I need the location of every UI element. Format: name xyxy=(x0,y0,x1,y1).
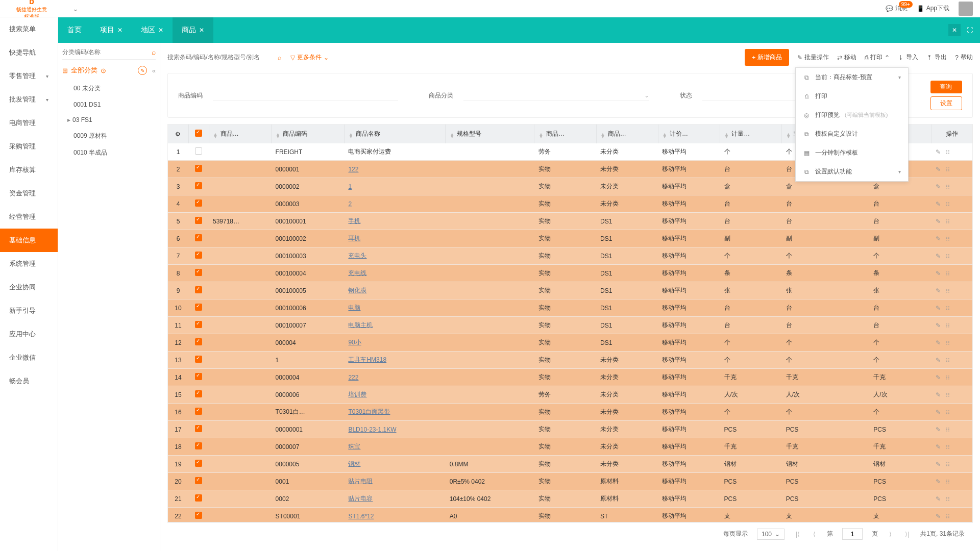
row-checkbox[interactable] xyxy=(195,512,202,519)
table-row[interactable]: 11000100007电脑主机实物DS1移动平均台台台✎⁝⁝ xyxy=(168,317,972,334)
more-row-button[interactable]: ⁝⁝ xyxy=(946,235,950,242)
sort-icon[interactable]: ▲▼ xyxy=(450,133,454,138)
pager-next[interactable]: ⟩ xyxy=(887,531,894,538)
app-download-button[interactable]: 📱 App下载 xyxy=(917,4,949,13)
nav-item[interactable]: 基础信息 xyxy=(0,229,58,252)
more-row-button[interactable]: ⁝⁝ xyxy=(946,253,950,260)
nav-item[interactable]: 快捷导航 xyxy=(0,41,58,64)
column-header[interactable]: ▲▼ 商品名称 xyxy=(344,124,445,143)
batch-button[interactable]: ✎批量操作 xyxy=(797,53,829,62)
nav-item[interactable]: 应用中心 xyxy=(0,322,58,346)
column-header[interactable]: ⚙ xyxy=(168,124,188,143)
row-checkbox[interactable] xyxy=(195,442,202,449)
more-row-button[interactable]: ⁝⁝ xyxy=(946,443,950,450)
more-row-button[interactable]: ⁝⁝ xyxy=(946,305,950,312)
nav-item[interactable]: 企业协同 xyxy=(0,276,58,299)
table-row[interactable]: 6000100002耳机实物DS1移动平均副副副✎⁝⁝ xyxy=(168,230,972,247)
table-row[interactable]: 131工具车HM318实物未分类移动平均个个个✎⁝⁝ xyxy=(168,352,972,369)
more-row-button[interactable]: ⁝⁝ xyxy=(946,391,950,398)
tree-item[interactable]: 0009 原材料 xyxy=(62,128,156,144)
more-row-button[interactable]: ⁝⁝ xyxy=(946,339,950,346)
row-checkbox[interactable] xyxy=(195,182,202,189)
edit-row-button[interactable]: ✎ xyxy=(936,218,941,225)
product-name-link[interactable]: 贴片电阻 xyxy=(348,478,373,485)
import-button[interactable]: ⭳导入 xyxy=(898,53,918,62)
edit-row-button[interactable]: ✎ xyxy=(936,461,941,468)
search-icon[interactable]: ⌕ xyxy=(278,54,281,61)
row-checkbox[interactable] xyxy=(195,321,202,328)
table-row[interactable]: 200001贴片电阻0R±5% 0402实物原材料移动平均PCSPCSPCS✎⁝… xyxy=(168,473,972,490)
more-row-button[interactable]: ⁝⁝ xyxy=(946,409,950,416)
company-selector[interactable]: ⌄ xyxy=(68,5,79,13)
more-row-button[interactable]: ⁝⁝ xyxy=(946,495,950,503)
more-row-button[interactable]: ⁝⁝ xyxy=(946,357,950,364)
product-name-link[interactable]: 1 xyxy=(348,183,352,190)
row-checkbox[interactable] xyxy=(195,494,202,502)
nav-item[interactable]: 搜索菜单 xyxy=(0,17,58,41)
row-checkbox[interactable] xyxy=(195,165,202,172)
nav-item[interactable]: 资金管理 xyxy=(0,182,58,205)
sort-icon[interactable]: ▲▼ xyxy=(724,133,729,138)
edit-row-button[interactable]: ✎ xyxy=(936,426,941,433)
tree-item[interactable]: 0001 DS1 xyxy=(62,97,156,112)
export-button[interactable]: ⭱导出 xyxy=(926,53,947,62)
sort-icon[interactable]: ▲▼ xyxy=(601,133,605,138)
help-button[interactable]: ?帮助 xyxy=(955,53,973,62)
category-search-input[interactable] xyxy=(62,48,152,56)
tab[interactable]: 首页 xyxy=(58,17,91,43)
table-row[interactable]: 400000032实物未分类移动平均台台台✎⁝⁝ xyxy=(168,195,972,213)
more-row-button[interactable]: ⁝⁝ xyxy=(946,287,950,294)
edit-row-button[interactable]: ✎ xyxy=(936,374,941,381)
row-checkbox[interactable] xyxy=(195,252,202,259)
product-name-link[interactable]: 珠宝 xyxy=(348,443,360,450)
sort-icon[interactable]: ▲▼ xyxy=(349,133,353,138)
product-name-link[interactable]: 2 xyxy=(348,201,352,208)
nav-item[interactable]: 采购管理 xyxy=(0,135,58,158)
nav-item[interactable]: 新手引导 xyxy=(0,299,58,322)
table-row[interactable]: 150000006培训费劳务未分类移动平均人/次人/次人/次✎⁝⁝ xyxy=(168,386,972,404)
collapse-panel-button[interactable]: « xyxy=(152,67,156,74)
table-row[interactable]: 190000005钢材0.8MM实物未分类移动平均钢材钢材钢材✎⁝⁝ xyxy=(168,456,972,473)
row-checkbox[interactable] xyxy=(195,356,202,363)
more-row-button[interactable]: ⁝⁝ xyxy=(946,478,950,485)
product-name-link[interactable]: T0301白面黑带 xyxy=(348,408,390,415)
product-name-link[interactable]: 122 xyxy=(348,166,358,173)
edit-row-button[interactable]: ✎ xyxy=(936,287,941,294)
row-checkbox[interactable] xyxy=(195,199,202,207)
nav-item[interactable]: 批发管理▾ xyxy=(0,88,58,111)
product-search-input[interactable] xyxy=(167,54,275,61)
messages-button[interactable]: 💬 消息 99+ xyxy=(886,4,908,13)
filter-cat-select[interactable]: ⌄ xyxy=(463,90,649,101)
column-header[interactable]: ▲▼ 计价… xyxy=(658,124,720,143)
row-checkbox[interactable] xyxy=(195,217,202,224)
row-checkbox[interactable] xyxy=(195,338,202,345)
filter-code-input[interactable] xyxy=(213,90,398,101)
more-row-button[interactable]: ⁝⁝ xyxy=(946,148,950,156)
nav-item[interactable]: 库存核算 xyxy=(0,158,58,182)
product-name-link[interactable]: 充电头 xyxy=(348,252,366,259)
more-row-button[interactable]: ⁝⁝ xyxy=(946,270,950,277)
product-name-link[interactable]: 工具车HM318 xyxy=(348,356,386,363)
more-row-button[interactable]: ⁝⁝ xyxy=(946,201,950,208)
column-header[interactable]: ▲▼ 商品… xyxy=(209,124,272,143)
nav-item[interactable]: 零售管理▾ xyxy=(0,64,58,88)
table-row[interactable]: 7000100003充电头实物DS1移动平均个个个✎⁝⁝ xyxy=(168,247,972,265)
product-name-link[interactable]: 钢材 xyxy=(348,460,360,467)
more-row-button[interactable]: ⁝⁝ xyxy=(946,218,950,225)
dropdown-item[interactable]: ▦一分钟制作模板 xyxy=(796,143,908,162)
row-checkbox[interactable] xyxy=(195,373,202,380)
dropdown-item[interactable]: ⎙打印 xyxy=(796,87,908,106)
tree-item[interactable]: 03 FS1 xyxy=(62,112,156,128)
pager-last[interactable]: ⟩| xyxy=(903,531,911,538)
close-icon[interactable]: ✕ xyxy=(199,27,204,34)
row-checkbox[interactable] xyxy=(195,477,202,484)
search-icon[interactable]: ⌕ xyxy=(152,48,156,56)
column-header[interactable]: ▲▼ 计量… xyxy=(720,124,782,143)
row-checkbox[interactable] xyxy=(195,234,202,241)
edit-row-button[interactable]: ✎ xyxy=(936,478,941,485)
more-row-button[interactable]: ⁝⁝ xyxy=(946,461,950,468)
tab[interactable]: 商品✕ xyxy=(173,17,213,43)
tree-item[interactable]: 0010 半成品 xyxy=(62,144,156,161)
select-all-checkbox[interactable] xyxy=(195,130,202,137)
pager-prev[interactable]: ⟨ xyxy=(811,531,818,538)
